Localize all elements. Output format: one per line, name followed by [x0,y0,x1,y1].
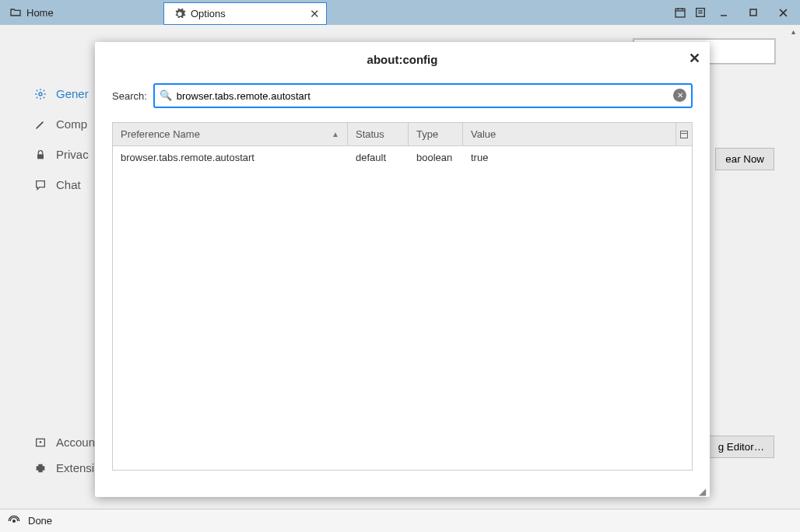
sidebar-item-extensions[interactable]: Extensi [34,461,95,474]
sidebar-label: Privac [56,148,89,161]
search-label: Search: [112,90,147,102]
sidebar-label: Gener [56,87,89,100]
tab-home[interactable]: Home [0,0,63,25]
lock-icon [34,149,47,161]
dialog-title: about:config ✕ [95,42,710,72]
cell-value: true [463,152,692,163]
app-toolbar-icons [674,0,707,25]
search-icon: 🔍 [160,89,172,101]
column-header-status[interactable]: Status [348,123,409,145]
folder-icon [9,6,22,19]
sidebar-bottom: Accoun Extensi [34,436,95,474]
scroll-up-icon[interactable]: ▴ [786,25,800,37]
pencil-icon [34,118,47,131]
clear-search-icon[interactable]: ✕ [673,89,686,102]
sort-asc-icon: ▲ [332,130,339,138]
svg-point-17 [12,520,16,523]
titlebar: Home Options ✕ [0,0,800,25]
config-editor-button[interactable]: g Editor… [708,436,774,458]
statusbar-text: Done [28,515,52,527]
network-icon[interactable] [8,515,20,527]
scrollbar[interactable]: ▴ [786,25,800,509]
tab-options[interactable]: Options ✕ [163,2,327,25]
column-header-type[interactable]: Type [409,123,463,145]
column-config-icon[interactable] [676,123,692,145]
sidebar-label: Accoun [56,436,95,449]
table-header: Preference Name ▲ Status Type Value [113,123,692,146]
svg-point-11 [39,93,42,96]
svg-rect-0 [675,9,685,17]
puzzle-icon [34,462,47,474]
dialog-close-icon[interactable]: ✕ [689,50,700,67]
account-icon [34,436,47,449]
maximize-button[interactable] [744,3,763,22]
svg-rect-12 [37,154,44,159]
clear-now-button[interactable]: ear Now [715,148,774,170]
column-header-name[interactable]: Preference Name ▲ [113,123,348,145]
preferences-table: Preference Name ▲ Status Type Value brow… [112,122,693,471]
tab-options-label: Options [191,8,226,19]
cell-name: browser.tabs.remote.autostart [113,152,348,163]
tab-close-icon[interactable]: ✕ [310,7,320,21]
svg-rect-8 [750,9,756,16]
sidebar-label: Comp [56,117,87,131]
statusbar: Done [0,509,800,532]
column-header-value[interactable]: Value [463,123,676,145]
gear-icon [34,88,47,100]
sidebar-label: Extensi [56,461,94,474]
dialog-title-text: about:config [367,53,438,66]
calendar-icon[interactable] [674,6,686,19]
options-sidebar: Gener Comp Privac Chat [34,87,89,191]
svg-point-14 [40,441,42,443]
svg-rect-15 [681,131,688,138]
sidebar-item-privacy[interactable]: Privac [34,148,89,161]
sidebar-item-chat[interactable]: Chat [34,178,89,191]
about-config-dialog: about:config ✕ Search: 🔍 ✕ Preference Na… [95,42,710,497]
sidebar-item-composition[interactable]: Comp [34,117,89,131]
cell-status: default [348,152,409,163]
dialog-resize-handle[interactable]: ◢ [699,486,708,495]
minimize-button[interactable] [714,3,733,22]
window-controls [714,0,797,25]
tab-home-label: Home [26,7,54,19]
close-window-button[interactable] [774,3,792,22]
table-row[interactable]: browser.tabs.remote.autostart default bo… [113,146,692,168]
sidebar-item-general[interactable]: Gener [34,87,89,100]
sidebar-item-accounts[interactable]: Accoun [34,436,95,449]
chat-icon [34,179,47,191]
config-search-input[interactable] [153,83,693,108]
sidebar-label: Chat [56,178,81,191]
gear-icon [174,8,186,20]
tasks-icon[interactable] [694,6,707,19]
cell-type: boolean [409,152,463,163]
